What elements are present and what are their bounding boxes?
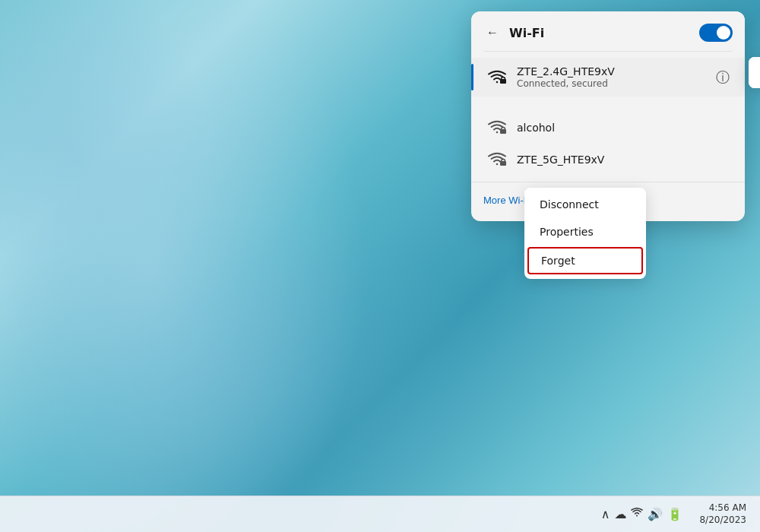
disconnect-callout-button[interactable]: Disconnect <box>749 57 760 88</box>
context-menu-properties[interactable]: Properties <box>524 218 646 245</box>
svg-rect-1 <box>500 129 506 134</box>
context-menu-forget[interactable]: Forget <box>527 247 643 274</box>
taskbar-time: 4:56 AM <box>699 502 746 515</box>
svg-rect-0 <box>500 79 506 84</box>
wifi-toggle[interactable] <box>699 24 733 42</box>
taskbar-system-icons[interactable]: ∧ ☁ 🔊 🔋 <box>595 504 689 524</box>
wifi-alcohol-icon <box>486 119 508 136</box>
alcohol-network-info: alcohol <box>517 122 733 134</box>
wifi-icon-wrap-1 <box>483 119 511 136</box>
wifi-connected-icon <box>486 69 508 86</box>
zte5g-network-info: ZTE_5G_HTE9xV <box>517 154 733 166</box>
desktop: ← Wi-Fi <box>0 0 760 532</box>
taskbar-right: ∧ ☁ 🔊 🔋 4:56 AM 8/20/2023 <box>595 501 751 527</box>
zte5g-network-name: ZTE_5G_HTE9xV <box>517 154 733 166</box>
panel-header: ← Wi-Fi <box>471 11 745 51</box>
taskbar: ∧ ☁ 🔊 🔋 4:56 AM 8/20/2023 <box>0 496 760 532</box>
wifi-icon-wrap-2 <box>483 151 511 168</box>
panel-header-left: ← Wi-Fi <box>483 24 544 41</box>
back-button[interactable]: ← <box>483 24 502 41</box>
context-menu: Disconnect Properties Forget <box>524 188 646 279</box>
taskbar-clock[interactable]: 4:56 AM 8/20/2023 <box>695 501 751 527</box>
network-item-connected[interactable]: ZTE_2.4G_HTE9xV Connected, secured ⓘ <box>471 58 745 97</box>
context-menu-disconnect[interactable]: Disconnect <box>524 191 646 218</box>
network-item-zte5g[interactable]: ZTE_5G_HTE9xV <box>471 144 745 176</box>
network-info-button[interactable]: ⓘ <box>713 67 733 88</box>
connected-accent <box>471 64 473 90</box>
svg-rect-2 <box>500 161 506 166</box>
chevron-up-icon[interactable]: ∧ <box>601 507 610 521</box>
network-list: ZTE_2.4G_HTE9xV Connected, secured ⓘ Dis… <box>471 52 745 182</box>
panel-title: Wi-Fi <box>509 26 544 40</box>
connected-network-info: ZTE_2.4G_HTE9xV Connected, secured <box>517 65 713 89</box>
wifi-zte5g-icon <box>486 151 508 168</box>
alcohol-network-name: alcohol <box>517 122 733 134</box>
battery-icon[interactable]: 🔋 <box>667 507 682 521</box>
wifi-panel: ← Wi-Fi <box>471 11 745 221</box>
cloud-icon[interactable]: ☁ <box>614 507 626 521</box>
disconnect-callout: Disconnect <box>749 57 760 88</box>
connected-network-status: Connected, secured <box>517 78 713 89</box>
wifi-icon-wrap-0 <box>483 69 511 86</box>
wifi-taskbar-icon[interactable] <box>631 507 643 521</box>
taskbar-date: 8/20/2023 <box>699 515 746 527</box>
volume-icon[interactable]: 🔊 <box>648 507 663 521</box>
network-item-alcohol[interactable]: alcohol <box>471 112 745 144</box>
connected-network-name: ZTE_2.4G_HTE9xV <box>517 65 713 78</box>
